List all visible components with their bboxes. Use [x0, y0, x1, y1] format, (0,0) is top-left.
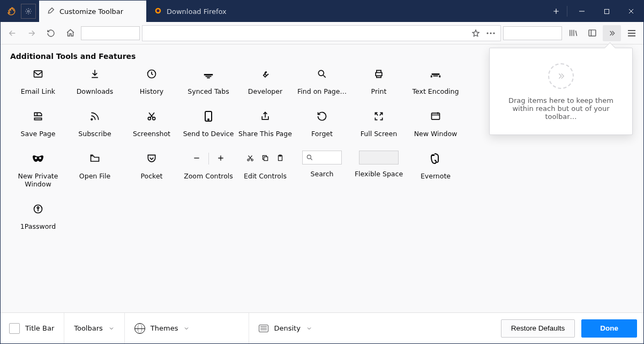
titlebar-toggle[interactable]: Title Bar — [7, 313, 64, 343]
tool-flexible-space[interactable]: Flexible Space — [351, 151, 407, 178]
titlebar-label: Title Bar — [25, 324, 54, 332]
window-minimize-button[interactable] — [570, 1, 594, 22]
titlebar-checkbox[interactable] — [9, 323, 20, 334]
tool-forget[interactable]: Forget — [294, 108, 350, 138]
sidebar-button[interactable] — [583, 25, 601, 41]
tool-evernote[interactable]: Evernote — [408, 151, 463, 180]
history-icon — [146, 66, 157, 82]
svg-point-4 — [486, 32, 488, 34]
tool-label: New Private Window — [10, 172, 66, 188]
tool-synced-tabs[interactable]: Synced Tabs — [181, 66, 236, 95]
back-button[interactable] — [4, 25, 21, 41]
mask-icon — [32, 151, 44, 167]
page-actions-icon[interactable] — [484, 25, 497, 41]
tool-share-page[interactable]: Share This Page — [237, 108, 293, 138]
tool-label: Full Screen — [361, 130, 397, 138]
mail-icon — [33, 66, 43, 82]
tool-subscribe[interactable]: Subscribe — [67, 108, 123, 138]
copy-icon — [261, 154, 269, 163]
print-icon — [373, 66, 384, 82]
density-menu[interactable]: Density — [249, 313, 321, 343]
tool-private-window[interactable]: New Private Window — [10, 151, 66, 188]
customize-footer: Title Bar Toolbars Themes Density Restor… — [1, 312, 643, 343]
pinned-extension-icon[interactable] — [21, 4, 36, 19]
restore-defaults-label: Restore Defaults — [511, 324, 565, 332]
svg-point-2 — [156, 9, 159, 12]
tool-send-to-device[interactable]: Send to Device — [181, 108, 236, 138]
svg-rect-24 — [432, 113, 440, 119]
download-icon — [89, 66, 100, 82]
done-button[interactable]: Done — [581, 319, 637, 338]
tool-label: History — [140, 87, 163, 95]
reload-button[interactable] — [42, 25, 59, 41]
home-button[interactable] — [62, 25, 79, 41]
key-icon — [33, 201, 43, 217]
tool-label: Print — [371, 87, 387, 95]
search-icon — [317, 66, 327, 82]
titlebar: Customize Toolbar Download Firefox — [1, 1, 643, 22]
tool-label: Find on Page… — [297, 87, 347, 95]
tool-new-window[interactable]: New Window — [408, 108, 463, 138]
url-bar[interactable] — [142, 25, 501, 41]
tool-open-file[interactable]: Open File — [67, 151, 123, 180]
new-tab-button[interactable] — [548, 8, 565, 15]
bookmark-star-icon[interactable] — [469, 25, 482, 41]
tool-edit-controls[interactable]: Edit Controls — [237, 151, 293, 180]
tool-search[interactable]: Search — [294, 151, 350, 178]
tool-1password[interactable]: 1Password — [10, 201, 66, 230]
tool-label: Flexible Space — [355, 170, 403, 178]
svg-rect-14 — [376, 73, 382, 76]
flexible-space-widget — [359, 151, 399, 164]
restore-defaults-button[interactable]: Restore Defaults — [501, 319, 575, 338]
overflow-drop-target-icon — [548, 63, 574, 89]
svg-point-25 — [35, 157, 37, 159]
tool-label: Text Encoding — [413, 87, 459, 95]
themes-menu[interactable]: Themes — [125, 313, 250, 343]
done-label: Done — [600, 324, 618, 332]
tab-label: Customize Toolbar — [59, 8, 123, 16]
app-menu-button[interactable] — [623, 25, 640, 41]
svg-point-34 — [37, 207, 39, 208]
new-window-icon — [430, 108, 441, 124]
search-icon — [306, 154, 313, 161]
svg-rect-29 — [264, 156, 268, 160]
window-maximize-button[interactable] — [594, 1, 619, 22]
toolbars-menu[interactable]: Toolbars — [64, 313, 125, 343]
tool-label: Share This Page — [238, 130, 292, 138]
overflow-drop-panel[interactable]: Drag items here to keep them within reac… — [489, 48, 633, 135]
zoom-out-icon — [192, 154, 201, 164]
tool-find-on-page[interactable]: Find on Page… — [294, 66, 350, 95]
forward-button[interactable] — [23, 25, 40, 41]
library-button[interactable] — [564, 25, 581, 41]
tool-print[interactable]: Print — [351, 66, 407, 95]
device-icon — [204, 108, 213, 124]
flexible-space-slot[interactable] — [81, 26, 140, 40]
flexible-space-slot[interactable] — [503, 26, 562, 40]
tool-label: Downloads — [77, 87, 114, 95]
tool-label: Subscribe — [78, 130, 111, 138]
tool-history[interactable]: History — [124, 66, 179, 95]
rss-icon — [89, 108, 100, 124]
tool-label: Zoom Controls — [184, 172, 233, 180]
tool-full-screen[interactable]: Full Screen — [351, 108, 407, 138]
tool-zoom-controls[interactable]: Zoom Controls — [181, 151, 236, 180]
svg-rect-7 — [589, 30, 596, 36]
tool-email-link[interactable]: Email Link — [10, 66, 66, 95]
firefox-logo-icon — [4, 4, 19, 19]
density-label: Density — [274, 324, 300, 332]
screenshot-icon — [146, 108, 157, 124]
tool-save-page[interactable]: Save Page — [10, 108, 66, 138]
tool-downloads[interactable]: Downloads — [67, 66, 123, 95]
tool-label: Open File — [79, 172, 110, 180]
svg-point-32 — [307, 155, 311, 159]
tab-download-firefox[interactable]: Download Firefox — [146, 1, 253, 22]
tab-customize-toolbar[interactable]: Customize Toolbar — [39, 1, 146, 22]
tool-screenshot[interactable]: Screenshot — [124, 108, 179, 138]
tool-developer[interactable]: Developer — [237, 66, 293, 95]
overflow-menu-button[interactable] — [603, 25, 621, 41]
nav-toolbar — [1, 22, 643, 44]
paste-icon — [276, 154, 284, 163]
window-close-button[interactable] — [619, 1, 643, 22]
tool-text-encoding[interactable]: Text Encoding — [408, 66, 463, 95]
tool-pocket[interactable]: Pocket — [124, 151, 179, 180]
